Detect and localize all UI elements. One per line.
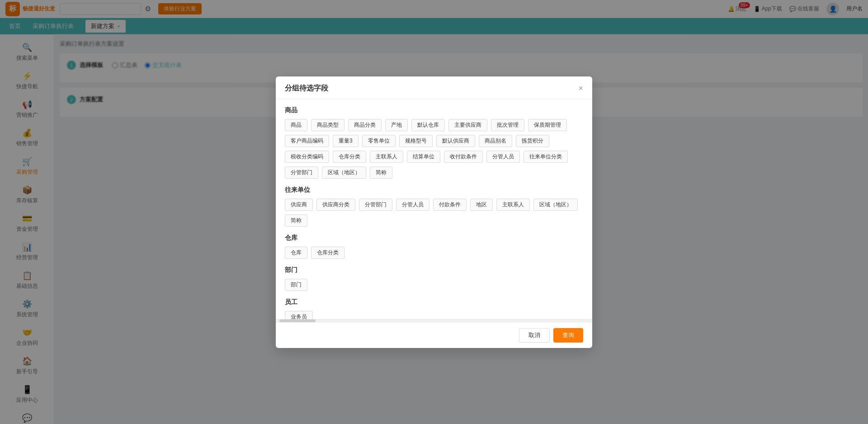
- section-title-partner: 往来单位: [285, 186, 583, 194]
- field-tag[interactable]: 拣货积分: [516, 135, 549, 147]
- field-grid-warehouse: 仓库 仓库分类: [285, 247, 583, 259]
- field-tag[interactable]: 重量3: [333, 135, 359, 147]
- field-tag[interactable]: 产地: [385, 119, 408, 131]
- field-tag[interactable]: 供应商分类: [316, 199, 355, 211]
- field-tag[interactable]: 部门: [285, 279, 307, 291]
- field-tag[interactable]: 区域（地区）: [322, 167, 366, 179]
- field-tag[interactable]: 商品分类: [348, 119, 382, 131]
- field-tag[interactable]: 供应商: [285, 199, 313, 211]
- field-tag[interactable]: 往来单位分类: [524, 151, 568, 163]
- field-tag[interactable]: 默认供应商: [436, 135, 475, 147]
- field-tag[interactable]: 税收分类编码: [285, 151, 329, 163]
- field-grid-employee: 业务员: [285, 311, 583, 319]
- field-tag[interactable]: 保质期管理: [528, 119, 567, 131]
- field-tag[interactable]: 主联系人: [496, 199, 530, 211]
- section-title-warehouse: 仓库: [285, 234, 583, 242]
- modal-overlay: 分组待选字段 × 商品 商品 商品类型 商品分类 产地 默认仓库 主要供应商 批…: [0, 0, 868, 424]
- field-tag[interactable]: 仓库分类: [311, 247, 344, 259]
- modal-body[interactable]: 商品 商品 商品类型 商品分类 产地 默认仓库 主要供应商 批次管理 保质期管理…: [276, 99, 592, 319]
- field-tag[interactable]: 业务员: [285, 311, 313, 319]
- section-title-employee: 员工: [285, 298, 583, 306]
- modal-footer: 取消 查询: [276, 322, 592, 348]
- field-tag[interactable]: 简称: [370, 167, 392, 179]
- field-select-modal: 分组待选字段 × 商品 商品 商品类型 商品分类 产地 默认仓库 主要供应商 批…: [276, 76, 592, 348]
- section-title-product: 商品: [285, 106, 583, 114]
- field-tag[interactable]: 地区: [470, 199, 493, 211]
- field-tag[interactable]: 规格型号: [399, 135, 433, 147]
- field-tag[interactable]: 简称: [285, 214, 307, 227]
- modal-close-button[interactable]: ×: [578, 84, 583, 93]
- field-tag[interactable]: 区域（地区）: [533, 199, 578, 211]
- field-tag[interactable]: 结算单位: [407, 151, 440, 163]
- cancel-button[interactable]: 取消: [519, 328, 550, 343]
- field-tag[interactable]: 分管人员: [396, 199, 429, 211]
- field-tag[interactable]: 默认仓库: [411, 119, 445, 131]
- field-tag[interactable]: 付款条件: [433, 199, 467, 211]
- field-tag[interactable]: 商品别名: [479, 135, 512, 147]
- field-tag[interactable]: 仓库分类: [333, 151, 366, 163]
- modal-horizontal-scrollbar[interactable]: [276, 319, 592, 322]
- field-tag[interactable]: 批次管理: [491, 119, 524, 131]
- field-tag[interactable]: 分管部门: [285, 167, 318, 179]
- field-tag[interactable]: 零售单位: [362, 135, 396, 147]
- field-grid-department: 部门: [285, 279, 583, 291]
- field-tag[interactable]: 商品类型: [311, 119, 344, 131]
- modal-title: 分组待选字段: [285, 84, 328, 93]
- field-tag[interactable]: 仓库: [285, 247, 307, 259]
- field-grid-product: 商品 商品类型 商品分类 产地 默认仓库 主要供应商 批次管理 保质期管理 客户…: [285, 119, 583, 179]
- field-grid-partner: 供应商 供应商分类 分管部门 分管人员 付款条件 地区 主联系人 区域（地区） …: [285, 199, 583, 227]
- section-title-department: 部门: [285, 266, 583, 274]
- modal-header: 分组待选字段 ×: [276, 76, 592, 99]
- field-tag[interactable]: 商品: [285, 119, 307, 131]
- field-tag[interactable]: 分管人员: [486, 151, 520, 163]
- field-tag[interactable]: 主要供应商: [448, 119, 487, 131]
- confirm-button[interactable]: 查询: [553, 328, 583, 343]
- field-tag[interactable]: 收付款条件: [444, 151, 483, 163]
- field-tag[interactable]: 主联系人: [370, 151, 403, 163]
- field-tag[interactable]: 客户商品编码: [285, 135, 329, 147]
- field-tag[interactable]: 分管部门: [359, 199, 392, 211]
